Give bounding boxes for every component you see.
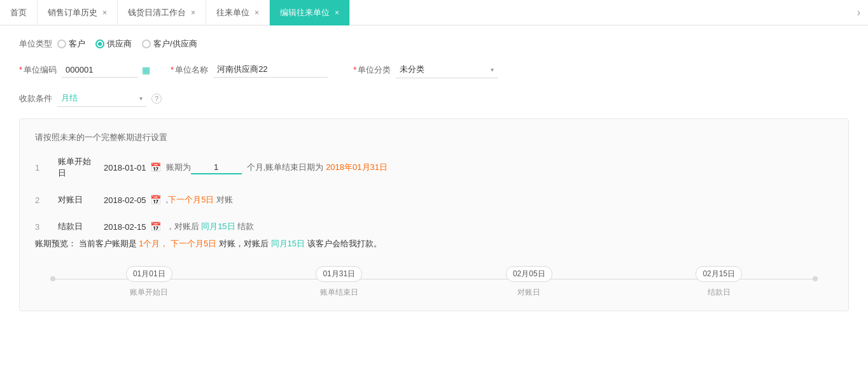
classify-required: * [353, 65, 356, 74]
period-reconcile-cal-icon[interactable]: 📅 [150, 195, 161, 205]
card-instruction: 请按照未来的一个完整帐期进行设置 [35, 132, 833, 143]
tl-label-2: 账单结束日 [320, 287, 358, 298]
tl-label-3: 对账日 [517, 287, 540, 298]
radio-customer[interactable]: 客户 [57, 38, 85, 50]
preview-text-2: 下一个月5日 [171, 239, 216, 248]
period-num-2: 2 [35, 195, 48, 205]
tl-badge-4: 02月15日 [696, 266, 742, 282]
period-payment-suffix: ，对账后 同月15日 结款 [166, 221, 255, 232]
tl-point-4: 02月15日 结款日 [624, 266, 815, 298]
period-reconcile-suffix: ,下一个月5日 对账 [166, 194, 233, 206]
timeline-points: 01月01日 账单开始日 01月31日 账单结束日 02月05日 对账日 02月… [54, 266, 814, 298]
tab-cash-work[interactable]: 钱货日清工作台 × [118, 0, 206, 25]
unit-classify-label: 单位分类 [358, 64, 391, 76]
tab-sales-history[interactable]: 销售订单历史 × [38, 0, 118, 25]
tl-badge-1: 01月01日 [126, 266, 172, 282]
tl-point-2: 01月31日 账单结束日 [244, 266, 435, 298]
code-name-classify-row: * 单位编码 ▦ * 单位名称 * 单位分类 未分类 ▾ [19, 61, 849, 78]
radio-customer-circle [57, 39, 66, 48]
period-payment-label: 结款日 [58, 221, 96, 232]
unit-type-label: 单位类型 [19, 38, 52, 50]
radio-both[interactable]: 客户/供应商 [142, 38, 197, 50]
months-input[interactable] [191, 161, 242, 174]
unit-code-icon[interactable]: ▦ [142, 65, 150, 75]
radio-supplier-label: 供应商 [107, 38, 132, 50]
tl-label-4: 结款日 [708, 287, 731, 298]
preview-text-3: 对账，对账后 [219, 239, 271, 248]
tl-badge-2: 01月31日 [316, 266, 362, 282]
preview-text-4: 该客户会给我打款。 [307, 239, 382, 248]
payment-label: 收款条件 [19, 93, 52, 104]
period-start-cal-icon[interactable]: 📅 [150, 162, 161, 172]
unit-name-label: 单位名称 [175, 64, 208, 76]
unit-name-input[interactable] [213, 62, 328, 78]
period-start-suffix-after: 个月,账单结束日期为 [247, 162, 324, 173]
period-reconcile-label: 对账日 [58, 194, 96, 206]
radio-both-circle [142, 39, 151, 48]
tl-badge-3: 02月05日 [506, 266, 552, 282]
period-payment-date: 2018-02-15 [104, 222, 146, 232]
period-num-1: 1 [35, 163, 48, 172]
period-start-date: 2018-01-01 [104, 163, 146, 172]
main-content: 单位类型 客户 供应商 客户/供应商 * 单位编码 ▦ * 单位名称 * 单位分… [0, 25, 868, 387]
close-sales-history[interactable]: × [102, 8, 107, 17]
preview-text: 账期预览： 当前客户账期是 1个月， 下一个月5日 对账，对账后 同月15日 该… [35, 237, 833, 251]
payment-chevron-icon: ▾ [139, 95, 143, 102]
tab-edit-partner[interactable]: 编辑往来单位 × [270, 0, 350, 25]
period-row-3: 3 结款日 2018-02-15 📅 ，对账后 同月15日 结款 [35, 221, 833, 232]
timeline-container: 01月01日 账单开始日 01月31日 账单结束日 02月05日 对账日 02月… [35, 266, 833, 298]
payment-select[interactable]: 月结 ▾ [57, 90, 146, 107]
period-row-2: 2 对账日 2018-02-05 📅 ,下一个月5日 对账 [35, 194, 833, 206]
unit-type-row: 单位类型 客户 供应商 客户/供应商 [19, 38, 849, 50]
close-partner[interactable]: × [255, 8, 259, 17]
close-cash-work[interactable]: × [191, 8, 195, 17]
period-row-1: 1 账单开始日 2018-01-01 📅 账期为 个月,账单结束日期为 2018… [35, 156, 833, 179]
radio-supplier-circle [95, 39, 104, 48]
payment-row: 收款条件 月结 ▾ ? [19, 90, 849, 107]
radio-supplier[interactable]: 供应商 [95, 38, 132, 50]
tl-point-1: 01月01日 账单开始日 [54, 266, 244, 298]
period-num-3: 3 [35, 222, 48, 232]
period-start-suffix-before: 账期为 [166, 162, 191, 173]
unit-code-label: 单位编码 [24, 64, 57, 76]
preview-text-1: 当前客户账期是 [79, 239, 137, 248]
radio-customer-label: 客户 [69, 38, 85, 50]
period-start-label: 账单开始日 [58, 156, 96, 179]
classify-chevron-icon: ▾ [491, 66, 494, 73]
unit-code-input[interactable] [62, 62, 138, 78]
period-payment-cal-icon[interactable]: 📅 [150, 222, 161, 232]
tl-point-3: 02月05日 对账日 [434, 266, 624, 298]
unit-classify-value: 未分类 [400, 64, 424, 75]
radio-both-label: 客户/供应商 [153, 38, 197, 50]
tab-partner[interactable]: 往来单位 × [206, 0, 270, 25]
tab-more-button[interactable]: › [850, 7, 868, 18]
period-card: 请按照未来的一个完整帐期进行设置 1 账单开始日 2018-01-01 📅 账期… [19, 118, 849, 311]
name-required: * [171, 65, 174, 74]
preview-highlight1: 1个月， [139, 239, 168, 248]
period-reconcile-date: 2018-02-05 [104, 195, 146, 205]
close-edit-partner[interactable]: × [335, 8, 339, 17]
preview-label: 账期预览： [35, 239, 76, 248]
preview-highlight2: 同月15日 [271, 239, 305, 248]
tab-bar: 首页 销售订单历史 × 钱货日清工作台 × 往来单位 × 编辑往来单位 × › [0, 0, 868, 25]
tl-label-1: 账单开始日 [130, 287, 168, 298]
unit-classify-select[interactable]: 未分类 ▾ [396, 61, 498, 78]
unit-type-radio-group: 客户 供应商 客户/供应商 [57, 38, 197, 50]
tab-home[interactable]: 首页 [0, 0, 38, 25]
code-required: * [19, 65, 22, 74]
payment-value: 月结 [61, 92, 137, 104]
payment-help-icon[interactable]: ? [151, 94, 162, 104]
period-end-date-highlight: 2018年01月31日 [326, 162, 388, 173]
